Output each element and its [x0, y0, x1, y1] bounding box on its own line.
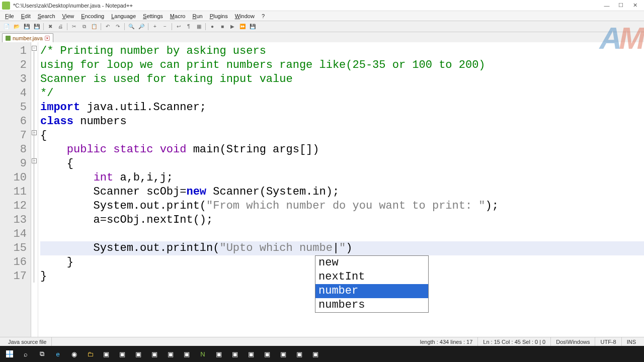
cut-icon[interactable]: ✂ [69, 22, 78, 31]
app-icon[interactable]: ▣ [163, 347, 178, 360]
app-icon[interactable]: ▣ [115, 347, 130, 360]
print-icon[interactable]: 🖨 [56, 22, 65, 31]
status-position: Ln : 15 Col : 45 Sel : 0 | 0 [478, 337, 551, 346]
macro-play-multi-icon[interactable]: ⏩ [238, 22, 247, 31]
notepadpp-icon[interactable]: N [195, 347, 210, 360]
tab-file-icon [6, 36, 11, 41]
paste-icon[interactable]: 📋 [90, 22, 99, 31]
menu-view[interactable]: View [59, 13, 77, 20]
macro-play-icon[interactable]: ▶ [228, 22, 237, 31]
menu-macro[interactable]: Macro [167, 13, 189, 20]
toolbar: 📄 📂 💾 💾 ✖ 🖨 ✂ ⧉ 📋 ↶ ↷ 🔍 🔎 + − ↩ ¶ ▦ ● ■ … [0, 21, 644, 32]
status-mode: INS [622, 337, 641, 346]
wordwrap-icon[interactable]: ↩ [174, 22, 183, 31]
app-icon[interactable]: ▣ [147, 347, 162, 360]
autocomplete-item[interactable]: nextInt [315, 270, 428, 284]
tab-label: number.java [13, 35, 43, 41]
macro-stop-icon[interactable]: ■ [218, 22, 227, 31]
menu-plugins[interactable]: Plugins [207, 13, 231, 20]
macro-save-icon[interactable]: 💾 [248, 22, 257, 31]
status-eol: Dos\Windows [551, 337, 595, 346]
folder-icon[interactable]: 🗀 [83, 347, 98, 360]
tab-file[interactable]: number.java × [2, 33, 53, 42]
tab-close-icon[interactable]: × [45, 36, 50, 41]
menu-language[interactable]: Language [108, 13, 139, 20]
window-title: *C:\Users\zak\Desktop\number.java - Note… [13, 3, 600, 9]
redo-icon[interactable]: ↷ [113, 22, 122, 31]
app-icon[interactable]: ▣ [244, 347, 259, 360]
menu-window[interactable]: Window [232, 13, 258, 20]
new-file-icon[interactable]: 📄 [2, 22, 11, 31]
indent-guide-icon[interactable]: ▦ [194, 22, 203, 31]
task-view-icon[interactable]: ⧉ [34, 347, 49, 360]
macro-record-icon[interactable]: ● [208, 22, 217, 31]
minimize-button[interactable]: — [600, 1, 614, 10]
fold-toggle-icon[interactable]: − [32, 46, 37, 51]
copy-icon[interactable]: ⧉ [79, 22, 89, 31]
menu-bar: File Edit Search View Encoding Language … [0, 11, 644, 21]
app-icon[interactable]: ▣ [308, 347, 323, 360]
fold-column: − − − [31, 42, 38, 337]
menu-edit[interactable]: Edit [18, 13, 34, 20]
show-all-chars-icon[interactable]: ¶ [184, 22, 193, 31]
menu-settings[interactable]: Settings [140, 13, 166, 20]
status-length: length : 434 lines : 17 [415, 337, 478, 346]
menu-help[interactable]: ? [259, 13, 268, 20]
app-icon[interactable]: ▣ [99, 347, 114, 360]
fold-toggle-icon[interactable]: − [32, 130, 37, 135]
status-filetype: Java source file [3, 337, 52, 346]
menu-encoding[interactable]: Encoding [78, 13, 107, 20]
zoom-out-icon[interactable]: − [160, 22, 170, 31]
autocomplete-popup[interactable]: newnextIntnumbernumbers [315, 255, 429, 313]
menu-file[interactable]: File [2, 13, 17, 20]
zoom-in-icon[interactable]: + [150, 22, 159, 31]
close-file-icon[interactable]: ✖ [46, 22, 55, 31]
taskbar: ⌕ ⧉ e ◉ 🗀 ▣ ▣ ▣ ▣ ▣ ▣ N ▣ ▣ ▣ ▣ ▣ ▣ ▣ [0, 346, 644, 362]
start-button[interactable] [2, 347, 17, 360]
fold-toggle-icon[interactable]: − [32, 158, 37, 163]
autocomplete-item[interactable]: new [315, 256, 428, 270]
search-icon[interactable]: ⌕ [18, 347, 33, 360]
close-button[interactable]: ✕ [628, 1, 642, 10]
maximize-button[interactable]: ☐ [614, 1, 628, 10]
app-icon[interactable]: ▣ [260, 347, 275, 360]
status-encoding: UTF-8 [595, 337, 621, 346]
app-icon[interactable]: ▣ [227, 347, 243, 360]
save-all-icon[interactable]: 💾 [32, 22, 41, 31]
autocomplete-item[interactable]: numbers [315, 298, 428, 312]
app-icon [2, 2, 10, 10]
app-icon[interactable]: ▣ [276, 347, 291, 360]
title-bar: *C:\Users\zak\Desktop\number.java - Note… [0, 0, 644, 11]
app-icon[interactable]: ▣ [292, 347, 307, 360]
app-icon[interactable]: ▣ [179, 347, 194, 360]
menu-search[interactable]: Search [35, 13, 58, 20]
open-file-icon[interactable]: 📂 [12, 22, 21, 31]
app-icon[interactable]: ▣ [211, 347, 226, 360]
autocomplete-item[interactable]: number [315, 284, 428, 298]
line-numbers: 1234567891011121314151617 [0, 42, 31, 337]
save-icon[interactable]: 💾 [22, 22, 31, 31]
editor[interactable]: 1234567891011121314151617 − − − /* Print… [0, 42, 644, 337]
edge-icon[interactable]: e [50, 347, 65, 360]
app-icon[interactable]: ▣ [131, 347, 146, 360]
tab-bar: number.java × [0, 32, 644, 42]
undo-icon[interactable]: ↶ [103, 22, 112, 31]
chrome-icon[interactable]: ◉ [66, 347, 82, 360]
find-icon[interactable]: 🔍 [127, 22, 136, 31]
replace-icon[interactable]: 🔎 [137, 22, 146, 31]
menu-run[interactable]: Run [189, 13, 205, 20]
status-bar: Java source file length : 434 lines : 17… [0, 337, 644, 346]
